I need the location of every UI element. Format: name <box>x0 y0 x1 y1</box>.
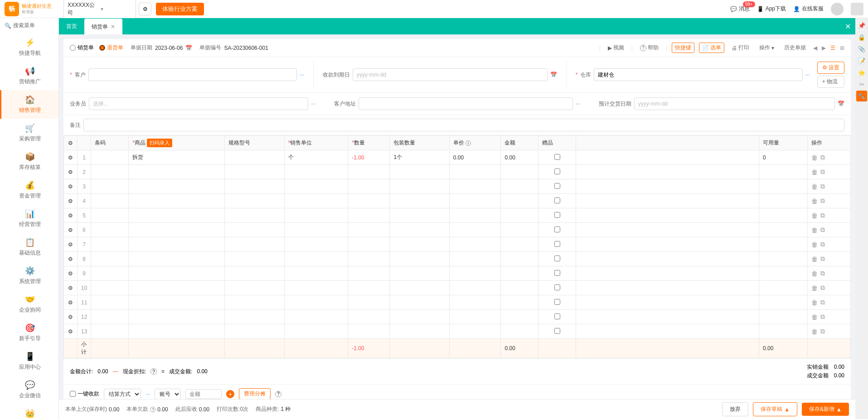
row-qty-11[interactable] <box>348 310 390 324</box>
row-barcode-10[interactable] <box>91 295 129 310</box>
row-amount-0[interactable]: 0.00 <box>501 150 538 165</box>
row-pkg-1[interactable] <box>390 165 449 179</box>
row-gift-7[interactable] <box>538 252 576 266</box>
col-settings[interactable]: ⚙ <box>64 136 78 150</box>
copy-row-12[interactable]: ⧉ <box>820 327 825 335</box>
debt-help-icon[interactable]: ? <box>150 407 155 412</box>
sidebar-item-wechat[interactable]: 💬 企业微信 <box>0 376 58 404</box>
row-product-0[interactable]: 拆货 <box>129 150 225 165</box>
row-settings-6[interactable]: ⚙ <box>64 237 78 252</box>
row-product-10[interactable] <box>129 295 225 310</box>
copy-row-9[interactable]: ⧉ <box>820 284 825 292</box>
copy-row-10[interactable]: ⧉ <box>820 299 825 306</box>
gift-checkbox-12[interactable] <box>554 328 560 334</box>
gift-checkbox-0[interactable] <box>554 154 560 160</box>
row-settings-3[interactable]: ⚙ <box>64 194 78 208</box>
row-barcode-12[interactable] <box>91 324 129 339</box>
product-type[interactable]: 商品种类: 1 种 <box>256 405 291 413</box>
fee-split-button[interactable]: 费用分摊 <box>239 388 271 399</box>
row-notes-6[interactable] <box>576 237 759 252</box>
row-settings-4[interactable]: ⚙ <box>64 208 78 223</box>
return-order-radio[interactable] <box>99 45 105 51</box>
customer-input[interactable] <box>88 68 297 81</box>
row-amount-11[interactable] <box>501 310 538 324</box>
warehouse-more-dots[interactable]: ··· <box>805 72 810 78</box>
row-spec-3[interactable] <box>225 194 284 208</box>
row-barcode-1[interactable] <box>91 165 129 179</box>
app-download-button[interactable]: 📱 App下载 <box>757 5 786 13</box>
row-price-7[interactable] <box>449 252 501 266</box>
sidebar-item-appstore[interactable]: 📱 应用中心 <box>0 347 58 376</box>
row-barcode-11[interactable] <box>91 310 129 324</box>
delete-row-2[interactable]: 🗑 <box>811 183 818 190</box>
delete-row-11[interactable]: 🗑 <box>811 313 818 321</box>
gift-checkbox-2[interactable] <box>554 183 560 189</box>
row-unit-1[interactable] <box>284 165 348 179</box>
delete-row-8[interactable]: 🗑 <box>811 270 818 277</box>
tab-close-button[interactable]: ✕ <box>111 24 115 30</box>
gift-checkbox-7[interactable] <box>554 255 560 261</box>
gift-checkbox-3[interactable] <box>554 197 560 203</box>
delete-row-1[interactable]: 🗑 <box>811 169 818 176</box>
sidebar-item-marketing[interactable]: 📢 营销推广 <box>0 62 58 90</box>
row-unit-8[interactable] <box>284 266 348 281</box>
row-barcode-9[interactable] <box>91 281 129 295</box>
rp-btn-5[interactable]: ⭐ <box>856 67 867 78</box>
return-order-radio-item[interactable]: 退货单 <box>99 44 123 52</box>
row-product-9[interactable] <box>129 281 225 295</box>
row-barcode-7[interactable] <box>91 252 129 266</box>
delete-row-0[interactable]: 🗑 <box>811 154 818 161</box>
row-product-1[interactable] <box>129 165 225 179</box>
delete-row-5[interactable]: 🗑 <box>811 226 818 234</box>
row-gift-0[interactable] <box>538 150 576 165</box>
row-unit-12[interactable] <box>284 324 348 339</box>
customer-address-dots[interactable]: ··· <box>576 101 580 107</box>
copy-row-3[interactable]: ⧉ <box>820 197 825 205</box>
sales-order-radio-item[interactable]: 销货单 <box>70 44 94 52</box>
row-barcode-8[interactable] <box>91 266 129 281</box>
payment-due-input[interactable]: yyyy-mm-dd <box>353 68 548 81</box>
row-amount-8[interactable] <box>501 266 538 281</box>
row-amount-1[interactable] <box>501 165 538 179</box>
sidebar-item-system[interactable]: ⚙️ 系统管理 <box>0 261 58 290</box>
message-button[interactable]: 💬 消息 99+ <box>730 5 750 13</box>
salesperson-input[interactable]: 选择... <box>89 97 308 110</box>
row-price-10[interactable] <box>449 295 501 310</box>
print-button[interactable]: 🖨 打印 <box>729 43 752 53</box>
sidebar-item-finance[interactable]: 💰 资金管理 <box>0 176 58 204</box>
copy-row-6[interactable]: ⧉ <box>820 241 825 248</box>
row-unit-6[interactable] <box>284 237 348 252</box>
row-pkg-11[interactable] <box>390 310 449 324</box>
amount-input[interactable] <box>185 389 222 399</box>
delete-row-3[interactable]: 🗑 <box>811 197 818 205</box>
rp-btn-4[interactable]: 📝 <box>856 55 867 66</box>
row-spec-2[interactable] <box>225 179 284 194</box>
row-qty-1[interactable] <box>348 165 390 179</box>
row-spec-10[interactable] <box>225 295 284 310</box>
rp-btn-1[interactable]: 📌 <box>856 20 867 31</box>
row-unit-10[interactable] <box>284 295 348 310</box>
row-qty-3[interactable] <box>348 194 390 208</box>
account-select[interactable]: 账号 <box>155 389 181 400</box>
row-spec-0[interactable] <box>225 150 284 165</box>
row-qty-10[interactable] <box>348 295 390 310</box>
row-spec-9[interactable] <box>225 281 284 295</box>
payment-checkbox[interactable] <box>70 391 76 397</box>
row-notes-7[interactable] <box>576 252 759 266</box>
row-barcode-6[interactable] <box>91 237 129 252</box>
delete-row-12[interactable]: 🗑 <box>811 328 818 335</box>
row-price-3[interactable] <box>449 194 501 208</box>
sidebar-item-member[interactable]: 👑 畅会员 <box>0 404 58 419</box>
remarks-input[interactable] <box>83 119 844 131</box>
row-price-0[interactable]: 0.00 <box>449 150 501 165</box>
row-product-8[interactable] <box>129 266 225 281</box>
sidebar-item-quick-nav[interactable]: ⚡ 快捷导航 <box>0 33 58 62</box>
row-product-4[interactable] <box>129 208 225 223</box>
row-product-11[interactable] <box>129 310 225 324</box>
row-settings-7[interactable]: ⚙ <box>64 252 78 266</box>
row-gift-3[interactable] <box>538 194 576 208</box>
row-settings-9[interactable]: ⚙ <box>64 281 78 295</box>
gift-checkbox-8[interactable] <box>554 270 560 276</box>
copy-row-1[interactable]: ⧉ <box>820 168 825 176</box>
row-notes-12[interactable] <box>576 324 759 339</box>
